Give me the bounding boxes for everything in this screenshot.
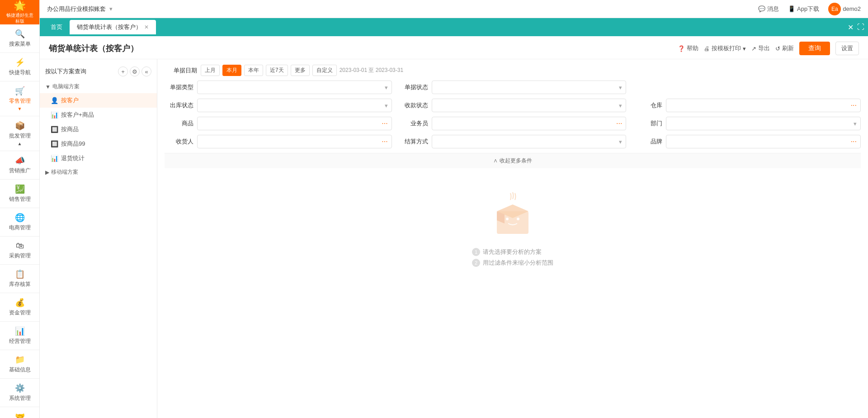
- out-status-control[interactable]: ▾: [197, 99, 392, 112]
- operations-icon: 📊: [15, 326, 25, 336]
- tab-home[interactable]: 首页: [43, 20, 70, 34]
- date-btn-last-7-days[interactable]: 近7天: [266, 65, 288, 76]
- sidebar-item-search-menu[interactable]: 🔍 搜索菜单: [0, 24, 39, 53]
- tab-report[interactable]: 销货单统计表（按客户） ✕: [70, 20, 156, 34]
- plan-item-refund[interactable]: 📊 退货统计: [40, 151, 157, 166]
- export-btn[interactable]: ↗ 导出: [751, 44, 770, 52]
- page-title: 销货单统计表（按客户）: [49, 43, 138, 54]
- date-btn-this-year[interactable]: 本年: [244, 65, 263, 76]
- desktop-section-label: 电脑端方案: [52, 83, 80, 90]
- ecommerce-icon: 🌐: [15, 213, 25, 223]
- desktop-section[interactable]: ▼ 电脑端方案: [40, 80, 157, 93]
- template-print-btn[interactable]: 🖨 按模板打印 ▾: [704, 44, 746, 52]
- date-btn-last-month[interactable]: 上月: [201, 65, 220, 76]
- by-customer-icon: 👤: [51, 97, 58, 104]
- voucher-type-label: 单据类型: [165, 83, 197, 91]
- settings-plan-btn[interactable]: ⚙: [130, 66, 140, 76]
- voucher-status-control[interactable]: ▾: [432, 81, 627, 94]
- sidebar-item-retail[interactable]: 🛒 零售管理 ▼: [0, 81, 39, 116]
- sidebar-label-search: 搜索菜单: [9, 40, 31, 48]
- help-label: 帮助: [687, 44, 698, 52]
- receiver-control[interactable]: ···: [197, 135, 392, 148]
- tab-fullscreen-icon[interactable]: ⛶: [857, 23, 864, 31]
- date-btn-custom[interactable]: 自定义: [312, 65, 337, 76]
- sidebar-item-enterprise[interactable]: 🤝 企业协同: [0, 407, 39, 418]
- date-btn-more[interactable]: 更多: [291, 65, 310, 76]
- by-goods-label: 按商品: [61, 125, 79, 133]
- collapse-bar[interactable]: ∧ 收起更多条件: [165, 153, 861, 168]
- help-btn[interactable]: ❓ 帮助: [678, 44, 698, 52]
- messages-btn[interactable]: 💬 消息: [758, 5, 779, 13]
- avatar-text: Ea: [831, 6, 838, 12]
- sidebar-item-marketing[interactable]: 📣 营销推广: [0, 151, 39, 180]
- plan-item-by-goods[interactable]: 🔲 按商品: [40, 122, 157, 137]
- filter-cell-empty-1: [633, 81, 861, 94]
- empty-illustration: [486, 186, 540, 241]
- collect-status-arrow: ▾: [619, 102, 622, 109]
- sidebar: 🌟 畅捷通好生意 标版 🔍 搜索菜单 ⚡ 快捷导航 🛒 零售管理 ▼ 📦 批发管…: [0, 0, 40, 418]
- mobile-section-arrow: ▶: [45, 169, 49, 176]
- date-btn-this-month[interactable]: 本月: [222, 65, 241, 76]
- account-dropdown-icon[interactable]: ▾: [109, 5, 113, 12]
- settings-btn[interactable]: 设置: [835, 42, 859, 55]
- goods-dots: ···: [382, 119, 387, 128]
- department-arrow: ▾: [854, 120, 857, 127]
- query-btn[interactable]: 查询: [799, 42, 830, 55]
- filter-row-date: 单据日期 上月 本月 本年 近7天 更多 自定义 2023-03-01 至 20…: [165, 65, 861, 76]
- by-customer-goods-icon: 📊: [51, 111, 58, 119]
- panel-header: 按以下方案查询 + ⚙ «: [40, 63, 157, 80]
- goods-control[interactable]: ···: [197, 117, 392, 130]
- sidebar-item-basic-info[interactable]: 📁 基础信息: [0, 350, 39, 379]
- sidebar-item-sales[interactable]: 💹 销售管理: [0, 180, 39, 208]
- add-plan-btn[interactable]: +: [118, 66, 128, 76]
- sidebar-item-ecommerce[interactable]: 🌐 电商管理: [0, 208, 39, 237]
- tip-text-1: 请先选择要分析的方案: [483, 248, 542, 256]
- print-label: 按模板打印: [712, 44, 741, 52]
- sidebar-item-finance[interactable]: 💰 资金管理: [0, 293, 39, 322]
- warehouse-control[interactable]: ···: [666, 99, 861, 112]
- page-actions: ❓ 帮助 🖨 按模板打印 ▾ ↗ 导出 ↺ 刷新 查询 设置: [678, 42, 859, 55]
- goods-label: 商品: [165, 119, 197, 128]
- by-goods-99-icon: 🔲: [51, 140, 58, 147]
- tip-num-2: 2: [472, 259, 480, 267]
- department-control[interactable]: ▾: [666, 117, 861, 130]
- plan-item-by-customer[interactable]: 👤 按客户: [40, 93, 157, 108]
- plan-item-by-customer-goods[interactable]: 📊 按客户+商品: [40, 108, 157, 122]
- refresh-icon: ↺: [775, 45, 780, 52]
- filter-cell-collect-status: 收款状态 ▾: [399, 99, 627, 112]
- tab-close-icon[interactable]: ✕: [144, 24, 149, 30]
- plan-item-by-goods-99[interactable]: 🔲 按商品99: [40, 137, 157, 151]
- collect-status-control[interactable]: ▾: [432, 99, 627, 112]
- filter-cell-department: 部门 ▾: [633, 117, 861, 130]
- sidebar-item-purchase[interactable]: 🛍 采购管理: [0, 237, 39, 265]
- tab-close-window-icon[interactable]: ✕: [848, 23, 854, 32]
- empty-tips: 1 请先选择要分析的方案 2 用过滤条件来缩小分析范围: [472, 248, 553, 267]
- voucher-type-control[interactable]: ▾: [197, 81, 392, 94]
- collapse-panel-btn[interactable]: «: [142, 66, 151, 76]
- salesman-control[interactable]: ···: [432, 117, 627, 130]
- home-tab-label: 首页: [51, 23, 62, 31]
- sidebar-item-inventory[interactable]: 📋 库存核算: [0, 265, 39, 293]
- sidebar-item-quick-nav[interactable]: ⚡ 快捷导航: [0, 53, 39, 81]
- settlement-arrow: ▾: [619, 138, 622, 145]
- export-label: 导出: [758, 44, 770, 52]
- voucher-type-arrow: ▾: [385, 84, 388, 91]
- user-profile-btn[interactable]: Ea demo2: [828, 3, 861, 15]
- sidebar-label-sales: 销售管理: [9, 195, 31, 203]
- sidebar-item-wholesale[interactable]: 📦 批发管理 ▲: [0, 116, 39, 151]
- sidebar-label-purchase: 采购管理: [9, 252, 31, 260]
- main-area: 办公用品行业模拟账套 ▾ 💬 消息 📱 App下载 Ea demo2 首页: [40, 0, 868, 418]
- sidebar-item-system[interactable]: ⚙️ 系统管理: [0, 379, 39, 407]
- filter-row-4: 商品 ··· 业务员 ··· 部门: [165, 117, 861, 130]
- app-download-btn[interactable]: 📱 App下载: [788, 5, 819, 13]
- sidebar-item-operations[interactable]: 📊 经营管理: [0, 322, 39, 350]
- filter-row-3: 出库状态 ▾ 收款状态 ▾ 仓库: [165, 99, 861, 112]
- brand-control[interactable]: ···: [666, 135, 861, 148]
- page-body: 按以下方案查询 + ⚙ « ▼ 电脑端方案 👤 按客户: [40, 59, 868, 418]
- print-icon: 🖨: [704, 45, 710, 52]
- user-avatar: Ea: [828, 3, 841, 15]
- settlement-control[interactable]: ▾: [432, 135, 627, 148]
- by-goods-icon: 🔲: [51, 126, 58, 133]
- refresh-btn[interactable]: ↺ 刷新: [775, 44, 794, 52]
- mobile-section[interactable]: ▶ 移动端方案: [40, 166, 157, 179]
